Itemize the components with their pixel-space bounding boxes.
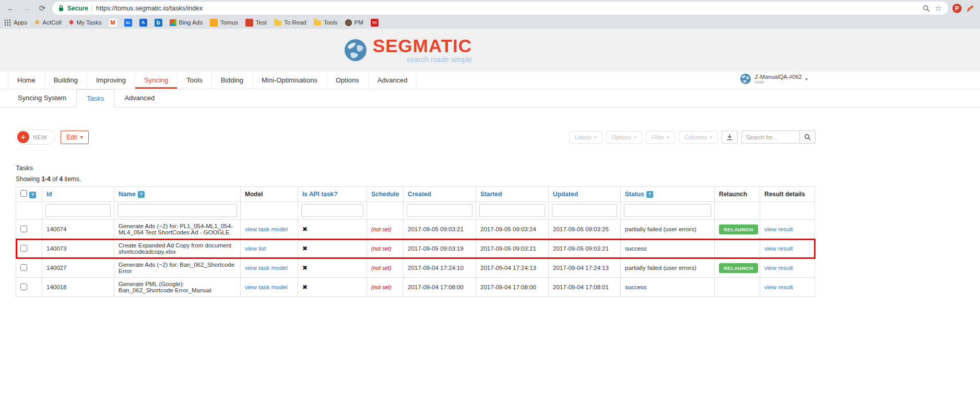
- view-result-link[interactable]: view result: [764, 265, 793, 271]
- column-header-status[interactable]: Status: [625, 191, 644, 198]
- refresh-icon[interactable]: ⟳: [37, 4, 48, 13]
- filter-name-input[interactable]: [117, 204, 237, 217]
- columns-button[interactable]: Columns: [679, 131, 718, 144]
- select-all-checkbox[interactable]: [20, 190, 27, 197]
- back-icon[interactable]: ←: [5, 4, 17, 13]
- grid-toolbar: NEW Edit Labels Options Filter Columns: [16, 129, 816, 145]
- nav-mini-optimisations[interactable]: Mini-Optimisations: [253, 72, 327, 89]
- bookmark-actcoll[interactable]: ActColl: [34, 19, 62, 26]
- address-bar[interactable]: Secure https://tomus.segmatic.io/tasks/i…: [52, 2, 948, 15]
- column-header-is-api-task[interactable]: Is API task?: [302, 191, 338, 198]
- filter-started-input[interactable]: [479, 204, 545, 217]
- filter-created-input[interactable]: [407, 204, 473, 217]
- labels-button[interactable]: Labels: [569, 131, 603, 144]
- view-result-link[interactable]: view result: [764, 245, 793, 252]
- created-value: 2017-09-05 09:03:19: [404, 239, 476, 258]
- logo-name: SEGMATIC: [373, 37, 472, 55]
- bookmark-tomus[interactable]: Tomus: [210, 19, 238, 27]
- filter-button[interactable]: Filter: [646, 131, 675, 144]
- nav-options[interactable]: Options: [327, 72, 369, 89]
- lock-icon: [58, 5, 64, 11]
- bookmark-tools[interactable]: Tools: [314, 19, 338, 26]
- filter-is-api-task-input[interactable]: [301, 204, 363, 217]
- view-task-model-link[interactable]: view task model: [245, 284, 288, 290]
- created-value: 2017-09-04 17:24:10: [404, 258, 476, 278]
- relaunch-button[interactable]: RELAUNCH: [719, 224, 758, 234]
- bookmark-gmail[interactable]: M: [109, 19, 117, 27]
- filter-status-input[interactable]: [624, 204, 711, 217]
- search-input[interactable]: [741, 131, 800, 144]
- browser-toolbar: ← → ⟳ Secure https://tomus.segmatic.io/t…: [0, 0, 980, 16]
- view-result-link[interactable]: view result: [764, 284, 793, 290]
- bookmark-apps[interactable]: Apps: [4, 19, 27, 26]
- edit-button[interactable]: Edit: [61, 131, 89, 144]
- column-header-id[interactable]: Id: [46, 191, 52, 198]
- view-task-model-link[interactable]: view task model: [245, 226, 288, 232]
- schedule-value: (not set): [371, 265, 392, 271]
- chevron-down-icon: [667, 135, 670, 140]
- row-checkbox[interactable]: [20, 283, 27, 290]
- table-header-row: Id Name Model Is API task? Schedule Crea…: [16, 187, 815, 202]
- nav-home[interactable]: Home: [8, 72, 45, 89]
- bookmark-to-read[interactable]: To Read: [274, 19, 306, 26]
- bookmark-my-tasks[interactable]: My Tasks: [69, 19, 102, 26]
- bookmark-pm[interactable]: PM: [345, 19, 363, 26]
- bookmark-test[interactable]: Test: [245, 19, 267, 27]
- column-header-name[interactable]: Name: [119, 191, 136, 198]
- row-checkbox[interactable]: [20, 226, 27, 232]
- export-button[interactable]: [722, 131, 738, 144]
- zoom-icon[interactable]: [923, 5, 930, 12]
- user-menu[interactable]: Z-ManualQA-#062 #280: [740, 73, 808, 85]
- nav-building[interactable]: Building: [45, 72, 87, 89]
- gmail-icon: M: [109, 19, 117, 27]
- view-task-model-link[interactable]: view task model: [245, 265, 288, 271]
- schedule-value: (not set): [371, 284, 392, 290]
- bookmark-bing-ads[interactable]: Bing Ads: [170, 19, 203, 26]
- nav-advanced[interactable]: Advanced: [369, 72, 417, 89]
- bookmark-bing[interactable]: b: [155, 19, 162, 27]
- globe-icon: [344, 38, 368, 62]
- column-header-created[interactable]: Created: [408, 191, 431, 198]
- nav-syncing[interactable]: Syncing: [135, 72, 178, 89]
- bing-icon: b: [155, 19, 162, 27]
- filter-updated-input[interactable]: [552, 204, 617, 217]
- row-checkbox[interactable]: [20, 264, 27, 271]
- view-list-link[interactable]: view list: [245, 245, 266, 252]
- row-checkbox[interactable]: [20, 245, 27, 252]
- column-header-schedule[interactable]: Schedule: [371, 191, 399, 198]
- column-header-started[interactable]: Started: [480, 191, 502, 198]
- help-icon[interactable]: [138, 191, 145, 198]
- subnav-tasks[interactable]: Tasks: [76, 89, 114, 108]
- extension-pen-icon[interactable]: [966, 4, 975, 13]
- extension-p-icon[interactable]: P: [952, 4, 962, 13]
- new-button[interactable]: NEW: [16, 129, 55, 145]
- filter-id-input[interactable]: [45, 204, 111, 217]
- column-header-updated[interactable]: Updated: [553, 191, 578, 198]
- bookmark-calendar[interactable]: 31: [124, 19, 132, 27]
- task-name: Generate PML (Google): Ban_062_Shortcode…: [114, 278, 241, 297]
- nav-bidding[interactable]: Bidding: [212, 72, 253, 89]
- filter-row: [16, 202, 815, 220]
- updated-value: 2017-09-05 09:03:21: [549, 239, 621, 258]
- subnav-syncing-system[interactable]: Syncing System: [8, 89, 76, 107]
- view-result-link[interactable]: view result: [764, 226, 793, 232]
- task-id: 140027: [42, 258, 114, 278]
- task-name: Generate Ads (~2) for: Ban_062_Shortcode…: [114, 258, 241, 278]
- started-value: 2017-09-04 17:08:00: [476, 278, 549, 297]
- folder-icon: [314, 20, 321, 26]
- relaunch-button[interactable]: RELAUNCH: [719, 263, 758, 273]
- actcoll-icon: [34, 19, 40, 26]
- bookmark-star-icon[interactable]: ☆: [935, 4, 942, 13]
- search-button[interactable]: [800, 131, 816, 144]
- subnav-advanced[interactable]: Advanced: [114, 89, 164, 107]
- forward-icon[interactable]: →: [21, 4, 32, 13]
- bookmark-tc[interactable]: TC: [371, 19, 379, 27]
- nav-tools[interactable]: Tools: [178, 72, 211, 89]
- options-button[interactable]: Options: [606, 131, 642, 144]
- bookmark-analytics[interactable]: A: [139, 19, 147, 27]
- nav-improving[interactable]: Improving: [87, 72, 135, 89]
- tasks-table: Id Name Model Is API task? Schedule Crea…: [16, 186, 815, 297]
- help-icon[interactable]: [646, 191, 653, 198]
- updated-value: 2017-09-04 17:08:01: [549, 278, 621, 297]
- help-icon[interactable]: [29, 192, 36, 198]
